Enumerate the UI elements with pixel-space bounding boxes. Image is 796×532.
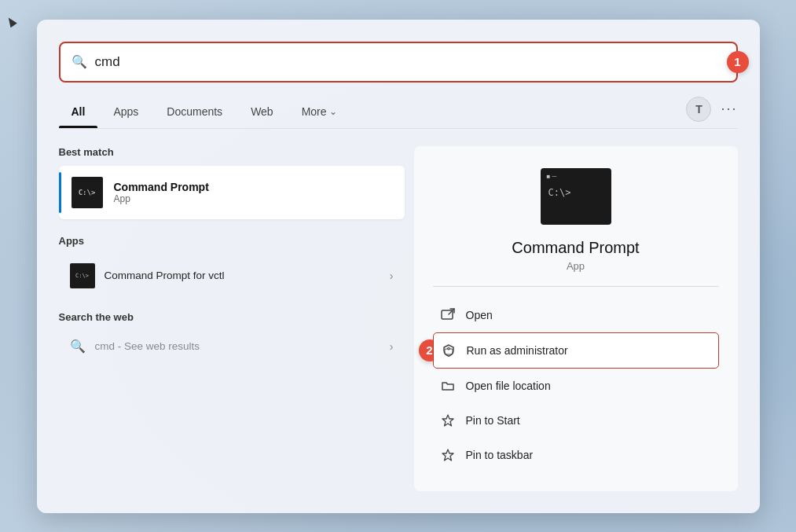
main-content: Best match Command Prompt App Apps Comma… — [59, 146, 738, 491]
run-admin-action[interactable]: Run as administrator — [433, 332, 719, 369]
web-search-icon: 🔍 — [70, 339, 86, 354]
web-section-title: Search the web — [59, 311, 405, 323]
pin-taskbar-action[interactable]: Pin to taskbar — [433, 438, 719, 472]
web-section: Search the web 🔍 cmd - See web results › — [59, 311, 405, 362]
cmd-icon-small — [72, 177, 103, 208]
left-panel: Best match Command Prompt App Apps Comma… — [59, 146, 405, 491]
step-1-badge: 1 — [727, 51, 749, 73]
app-list-item[interactable]: Command Prompt for vctl › — [59, 255, 405, 297]
search-bar[interactable]: 🔍 cmd — [59, 42, 738, 83]
apps-section: Apps Command Prompt for vctl › — [59, 235, 405, 297]
run-admin-label: Run as administrator — [467, 344, 568, 357]
right-app-name: Command Prompt — [512, 239, 639, 257]
tab-more[interactable]: More ⌄ — [289, 97, 350, 127]
pin-start-icon — [439, 412, 457, 429]
best-match-app-type: App — [114, 193, 209, 204]
cmd-icon-large — [541, 168, 611, 225]
tab-apps[interactable]: Apps — [101, 97, 151, 127]
open-file-location-label: Open file location — [466, 380, 551, 392]
open-file-location-action[interactable]: Open file location — [433, 369, 719, 403]
web-query: cmd — [95, 340, 116, 352]
web-chevron-icon: › — [390, 340, 394, 353]
tab-documents[interactable]: Documents — [154, 97, 235, 127]
user-avatar[interactable]: T — [686, 97, 711, 122]
best-match-item[interactable]: Command Prompt App — [59, 166, 405, 219]
open-icon — [439, 306, 457, 324]
apps-section-title: Apps — [59, 235, 405, 247]
web-item[interactable]: 🔍 cmd - See web results › — [59, 331, 405, 362]
tabs-right-controls: T ··· — [686, 97, 737, 128]
pin-taskbar-icon — [439, 446, 457, 464]
web-item-label: cmd - See web results — [95, 340, 380, 352]
right-app-type: App — [567, 260, 585, 272]
tabs-row: All Apps Documents Web More ⌄ T ··· — [59, 97, 738, 129]
pin-start-label: Pin to Start — [466, 414, 520, 427]
open-label: Open — [466, 309, 493, 321]
folder-icon — [439, 377, 457, 394]
pin-start-action[interactable]: Pin to Start — [433, 403, 719, 438]
best-match-text: Command Prompt App — [114, 181, 209, 204]
pin-taskbar-label: Pin to taskbar — [466, 449, 534, 461]
open-action[interactable]: Open — [433, 298, 719, 332]
divider — [433, 286, 719, 287]
chevron-down-icon: ⌄ — [329, 106, 337, 117]
search-window: 🔍 cmd 1 All Apps Documents Web More ⌄ T … — [37, 20, 760, 513]
best-match-app-name: Command Prompt — [114, 181, 209, 193]
more-options-button[interactable]: ··· — [721, 101, 737, 117]
cmd-icon-tiny — [70, 263, 95, 288]
cursor-arrow — [9, 17, 22, 30]
search-bar-container: 🔍 cmd 1 — [59, 42, 738, 83]
tab-all[interactable]: All — [59, 97, 98, 127]
app-list-item-label: Command Prompt for vctl — [105, 270, 380, 281]
shield-icon — [440, 342, 457, 359]
best-match-section-title: Best match — [59, 146, 405, 158]
tab-web[interactable]: Web — [238, 97, 286, 127]
web-suffix: - See web results — [115, 340, 200, 352]
right-panel: Command Prompt App Open — [414, 146, 738, 491]
search-input[interactable]: cmd — [95, 54, 120, 70]
action-list: Open 2 Run as administrator — [433, 298, 719, 472]
search-icon: 🔍 — [72, 54, 87, 69]
chevron-right-icon: › — [390, 270, 394, 282]
run-admin-wrapper: 2 Run as administrator — [433, 332, 719, 369]
